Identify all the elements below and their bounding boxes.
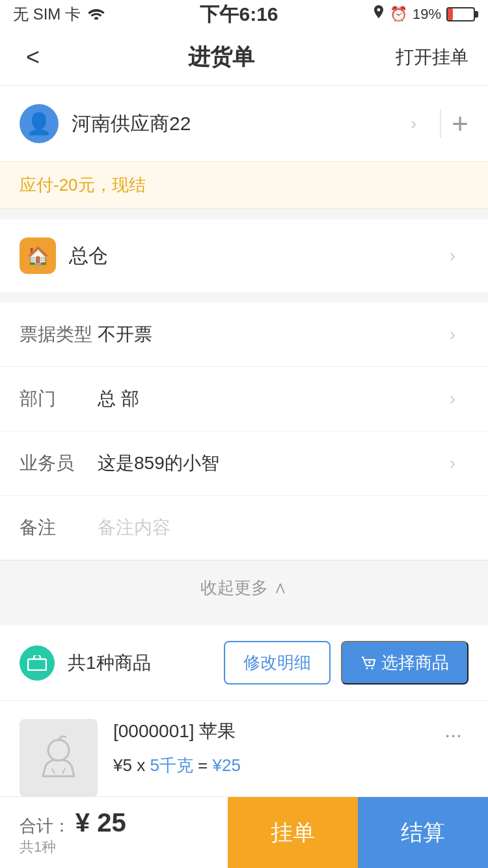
status-left: 无 SIM 卡 <box>13 4 105 25</box>
department-row[interactable]: 部门 总 部 › <box>0 367 488 431</box>
location-icon <box>373 5 385 23</box>
alarm-icon: ⏰ <box>390 6 407 23</box>
battery-icon <box>446 7 475 21</box>
status-bar: 无 SIM 卡 下午6:16 ⏰ 19% <box>0 0 488 29</box>
remark-label: 备注 <box>20 515 98 540</box>
remark-row[interactable]: 备注 备注内容 <box>0 496 488 560</box>
supplier-name: 河南供应商22 <box>72 111 411 137</box>
salesperson-label: 业务员 <box>20 451 98 476</box>
product-name: [0000001] 苹果 <box>113 719 438 744</box>
invoice-type-row[interactable]: 票据类型 不开票 › <box>0 303 488 367</box>
salesperson-value: 这是859的小智 <box>98 451 450 476</box>
product-info: [0000001] 苹果 ¥5 x 5千克 = ¥25 <box>113 719 438 777</box>
quantity: 5千克 <box>150 755 193 775</box>
carrier-text: 无 SIM 卡 <box>13 4 81 25</box>
supplier-avatar: 👤 <box>20 104 59 143</box>
warehouse-section: 🏠 总仓 › <box>0 219 488 292</box>
wifi-icon <box>87 5 105 23</box>
svg-rect-0 <box>28 659 46 670</box>
products-section: 共1种商品 修改明细 选择商品 [0000001] 苹果 <box>0 625 488 815</box>
product-thumbnail <box>20 719 98 797</box>
battery-text: 19% <box>413 6 441 23</box>
invoice-type-label: 票据类型 <box>20 322 98 347</box>
product-placeholder-icon <box>33 732 85 784</box>
invoice-type-value: 不开票 <box>98 322 450 347</box>
select-product-button[interactable]: 选择商品 <box>341 641 468 685</box>
department-value: 总 部 <box>98 387 450 411</box>
warehouse-name: 总仓 <box>69 243 450 269</box>
back-button[interactable]: < <box>20 37 46 77</box>
hang-button[interactable]: 挂单 <box>228 797 358 868</box>
svg-point-1 <box>366 667 368 669</box>
open-pending-button[interactable]: 打开挂单 <box>396 45 468 70</box>
edit-detail-button[interactable]: 修改明细 <box>224 641 331 685</box>
add-supplier-button[interactable]: + <box>452 107 468 140</box>
notice-banner: 应付-20元，现结 <box>0 161 488 209</box>
products-header: 共1种商品 修改明细 选择商品 <box>0 625 488 701</box>
remark-value: 备注内容 <box>98 515 468 540</box>
product-title: 苹果 <box>199 721 236 741</box>
total-amount: ¥ 25 <box>75 808 126 837</box>
chevron-right-icon: › <box>450 324 455 345</box>
product-code: [0000001] <box>113 721 195 741</box>
department-label: 部门 <box>20 387 98 411</box>
divider <box>440 109 441 138</box>
checkout-button[interactable]: 结算 <box>358 797 488 868</box>
more-options-button[interactable]: ··· <box>438 719 468 751</box>
supplier-row[interactable]: 👤 河南供应商22 › + <box>0 86 488 161</box>
collapse-button[interactable]: 收起更多 ∧ <box>0 560 488 615</box>
chevron-right-icon: › <box>450 388 455 409</box>
total-label: 合计： <box>20 816 70 835</box>
form-section: 票据类型 不开票 › 部门 总 部 › 业务员 这是859的小智 › 备注 备注… <box>0 303 488 615</box>
status-right: ⏰ 19% <box>373 5 475 23</box>
page-title: 进货单 <box>188 42 254 72</box>
supplier-section: 👤 河南供应商22 › + 应付-20元，现结 <box>0 86 488 209</box>
nav-bar: < 进货单 打开挂单 <box>0 29 488 86</box>
svg-point-2 <box>372 667 373 669</box>
total-price: ¥25 <box>213 755 241 775</box>
svg-point-3 <box>48 740 69 761</box>
chevron-right-icon: › <box>450 453 455 474</box>
user-icon: 👤 <box>26 111 52 136</box>
total-row: 合计： ¥ 25 <box>20 808 208 837</box>
equals-sign: = <box>198 755 212 775</box>
chevron-right-icon: › <box>450 245 455 266</box>
total-count: 共1种 <box>20 837 208 857</box>
footer: 合计： ¥ 25 共1种 挂单 结算 <box>0 796 488 868</box>
unit-price: ¥5 <box>113 755 132 775</box>
salesperson-row[interactable]: 业务员 这是859的小智 › <box>0 431 488 496</box>
product-price: ¥5 x 5千克 = ¥25 <box>113 754 438 777</box>
products-count: 共1种商品 <box>68 651 224 675</box>
warehouse-row[interactable]: 🏠 总仓 › <box>0 219 488 292</box>
warehouse-icon: 🏠 <box>20 237 56 274</box>
select-product-label: 选择商品 <box>381 651 449 674</box>
cart-icon <box>360 655 376 671</box>
footer-total: 合计： ¥ 25 共1种 <box>0 808 228 857</box>
status-time: 下午6:16 <box>200 1 278 28</box>
products-icon <box>20 645 55 681</box>
chevron-right-icon: › <box>411 113 416 134</box>
multiply-sign: x <box>137 755 150 775</box>
